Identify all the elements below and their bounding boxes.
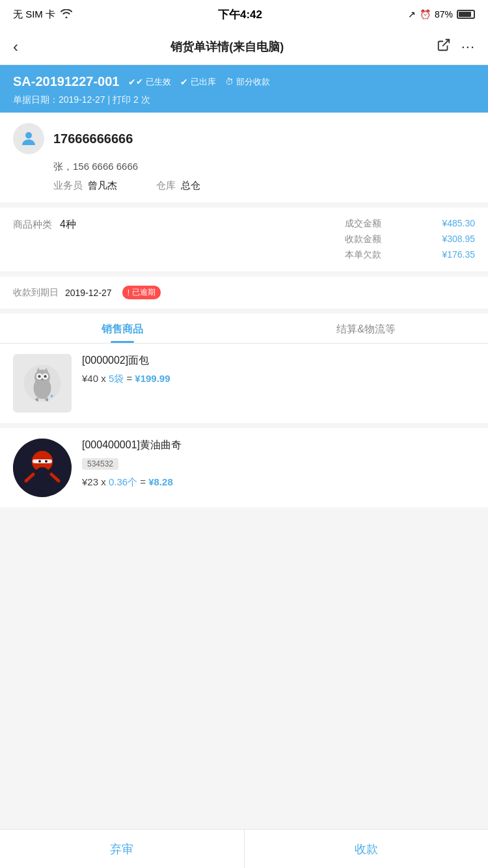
types-count: 4种 — [60, 218, 76, 232]
nav-actions: ··· — [437, 38, 475, 55]
staff-item: 业务员 曾凡杰 — [53, 180, 117, 192]
svg-rect-16 — [33, 459, 52, 463]
status-right: ↗ ⏰ 87% — [408, 9, 475, 20]
received-amount-label: 收款金额 — [345, 234, 381, 245]
customer-row: 17666666666 — [13, 123, 475, 154]
cancel-button[interactable]: 弃审 — [0, 830, 245, 868]
staff-label: 业务员 — [53, 180, 83, 192]
customer-contact: 张，156 6666 6666 — [13, 161, 475, 173]
summary-section: 商品种类 4种 成交金额 ¥485.30 收款金额 ¥308.95 本单欠款 ¥… — [0, 208, 488, 277]
tab-sales-goods[interactable]: 销售商品 — [0, 314, 244, 343]
alarm-icon: ⏰ — [420, 9, 431, 20]
summary-right: 成交金额 ¥485.30 收款金额 ¥308.95 本单欠款 ¥176.35 — [345, 218, 475, 261]
amount-row-deal: 成交金额 ¥485.30 — [345, 218, 475, 230]
battery-icon — [457, 10, 475, 19]
product-thumbnail-1: + — [13, 354, 72, 413]
svg-point-7 — [38, 375, 41, 378]
overdue-badge: ! 已逾期 — [122, 286, 161, 299]
status-badge-shipped: ✔ 已出库 — [180, 76, 216, 88]
bottom-bar: 弃审 收款 — [0, 829, 488, 868]
product-price-2: ¥23 x 0.36个 = ¥8.28 — [82, 476, 475, 489]
product-sku-2: 534532 — [82, 458, 118, 470]
amount-row-owed: 本单欠款 ¥176.35 — [345, 249, 475, 261]
status-left: 无 SIM 卡 — [13, 8, 72, 21]
price-unit-2: ¥23 — [82, 476, 98, 487]
due-date: 2019-12-27 — [65, 288, 112, 298]
product-name-2: [000400001]黄油曲奇 — [82, 439, 475, 452]
status-badge-partial: ⏱ 部分收款 — [225, 76, 270, 88]
svg-text:+: + — [50, 393, 53, 400]
total-1: ¥199.99 — [135, 373, 170, 384]
battery-percent: 87% — [435, 9, 453, 20]
overdue-icon: ! — [128, 288, 129, 297]
wifi-icon — [61, 9, 72, 20]
back-button[interactable]: ‹ — [13, 38, 18, 56]
product-name-1: [0000002]面包 — [82, 354, 475, 368]
staff-value: 曾凡杰 — [88, 180, 117, 192]
staff-row: 业务员 曾凡杰 仓库 总仓 — [13, 180, 475, 192]
product-info-2: [000400001]黄油曲奇 534532 ¥23 x 0.36个 = ¥8.… — [82, 439, 475, 489]
no-sim-text: 无 SIM 卡 — [13, 8, 55, 21]
summary-left: 商品种类 4种 — [13, 218, 76, 232]
svg-line-0 — [442, 40, 449, 46]
types-label: 商品种类 — [13, 219, 52, 231]
confirm-label: 收款 — [355, 841, 378, 857]
customer-section: 17666666666 张，156 6666 6666 业务员 曾凡杰 仓库 总… — [0, 113, 488, 208]
warehouse-value: 总仓 — [181, 180, 200, 192]
overdue-text: 已逾期 — [132, 287, 156, 298]
amount-row-received: 收款金额 ¥308.95 — [345, 234, 475, 245]
cancel-label: 弃审 — [110, 841, 133, 857]
qty-1: 5袋 — [109, 373, 124, 384]
qty-2: 0.36个 — [109, 476, 137, 487]
confirm-button[interactable]: 收款 — [245, 830, 489, 868]
owed-amount-label: 本单欠款 — [345, 249, 381, 261]
deal-amount-label: 成交金额 — [345, 218, 381, 230]
warehouse-item: 仓库 总仓 — [156, 180, 200, 192]
warehouse-label: 仓库 — [156, 180, 176, 192]
svg-point-1 — [25, 132, 32, 139]
status-time: 下午4:42 — [218, 7, 262, 22]
summary-grid: 商品种类 4种 成交金额 ¥485.30 收款金额 ¥308.95 本单欠款 ¥… — [13, 218, 475, 261]
status-bar: 无 SIM 卡 下午4:42 ↗ ⏰ 87% — [0, 0, 488, 29]
tab-settlement[interactable]: 结算&物流等 — [244, 314, 488, 343]
product-thumbnail-2 — [13, 439, 72, 497]
svg-point-8 — [44, 375, 47, 378]
status-badge-active: ✔ ✔ 已生效 — [128, 76, 171, 88]
deal-amount-value: ¥485.30 — [442, 218, 475, 230]
tab-sales-goods-label: 销售商品 — [102, 323, 143, 334]
due-label: 收款到期日 — [13, 287, 59, 299]
product-price-1: ¥40 x 5袋 = ¥199.99 — [82, 373, 475, 385]
product-info-1: [0000002]面包 ¥40 x 5袋 = ¥199.99 — [82, 354, 475, 385]
order-header: SA-20191227-001 ✔ ✔ 已生效 ✔ 已出库 ⏱ 部分收款 单据日… — [0, 65, 488, 113]
owed-amount-value: ¥176.35 — [442, 249, 475, 261]
due-section: 收款到期日 2019-12-27 ! 已逾期 — [0, 277, 488, 314]
order-id-row: SA-20191227-001 ✔ ✔ 已生效 ✔ 已出库 ⏱ 部分收款 — [13, 74, 475, 89]
page-title: 销货单详情(来自电脑) — [170, 39, 284, 55]
tabs: 销售商品 结算&物流等 — [0, 314, 488, 344]
avatar — [13, 123, 44, 154]
products-list: + [0000002]面包 ¥40 x 5袋 = ¥199.99 — [0, 344, 488, 557]
order-id: SA-20191227-001 — [13, 74, 119, 89]
location-icon: ↗ — [408, 9, 416, 20]
customer-id: 17666666666 — [53, 131, 133, 146]
more-button[interactable]: ··· — [461, 38, 475, 55]
nav-bar: ‹ 销货单详情(来自电脑) ··· — [0, 29, 488, 65]
tab-settlement-label: 结算&物流等 — [336, 323, 396, 334]
total-2: ¥8.28 — [148, 476, 173, 487]
svg-point-19 — [38, 460, 41, 463]
order-meta: 单据日期：2019-12-27 | 打印 2 次 — [13, 94, 475, 106]
svg-point-20 — [45, 460, 47, 463]
product-item: + [0000002]面包 ¥40 x 5袋 = ¥199.99 — [0, 344, 488, 423]
share-button[interactable] — [437, 38, 451, 55]
product-item-2: [000400001]黄油曲奇 534532 ¥23 x 0.36个 = ¥8.… — [0, 428, 488, 508]
received-amount-value: ¥308.95 — [442, 234, 475, 245]
price-unit-1: ¥40 — [82, 373, 98, 384]
svg-point-21 — [33, 467, 51, 491]
